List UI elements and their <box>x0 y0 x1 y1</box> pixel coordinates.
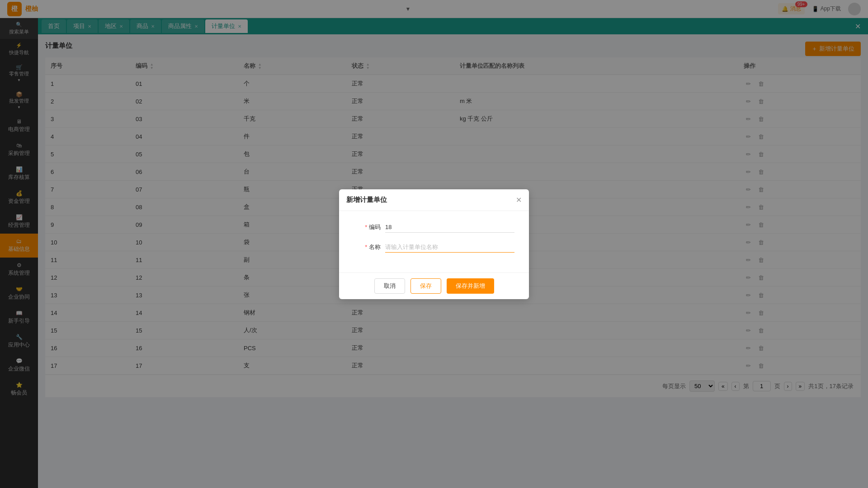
save-button[interactable]: 保存 <box>410 278 441 294</box>
code-label: 编码 <box>354 223 381 231</box>
code-field-row: 编码 <box>354 222 514 233</box>
name-input[interactable] <box>385 242 514 253</box>
save-and-new-button[interactable]: 保存并新增 <box>447 278 494 294</box>
modal-title: 新增计量单位 <box>346 196 387 204</box>
add-unit-modal: 新增计量单位 ✕ 编码 名称 取消 保存 保存并新增 <box>339 189 529 299</box>
modal-close-button[interactable]: ✕ <box>516 196 522 204</box>
modal-header: 新增计量单位 ✕ <box>339 189 529 211</box>
name-label: 名称 <box>354 243 381 251</box>
name-field-row: 名称 <box>354 242 514 253</box>
code-input[interactable] <box>385 222 514 233</box>
cancel-button[interactable]: 取消 <box>374 278 405 294</box>
modal-footer: 取消 保存 保存并新增 <box>339 272 529 299</box>
modal-overlay[interactable]: 新增计量单位 ✕ 编码 名称 取消 保存 保存并新增 <box>0 0 868 488</box>
modal-body: 编码 名称 <box>339 211 529 272</box>
